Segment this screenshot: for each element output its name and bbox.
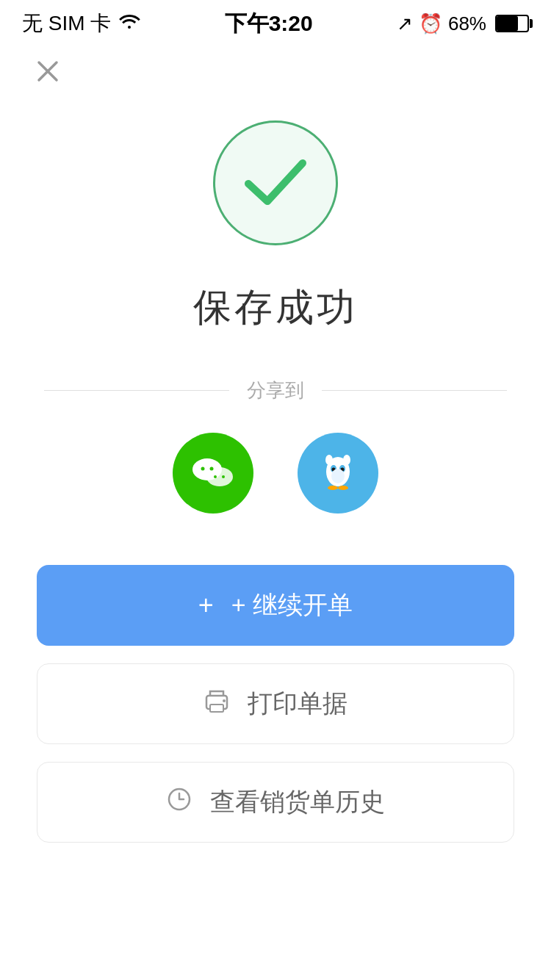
print-button[interactable]: 打印单据 [37,663,514,744]
share-icons [173,433,378,514]
print-label: 打印单据 [248,687,347,721]
wechat-icon [187,447,239,499]
status-right: ↗ ⏰ 68% [397,12,529,35]
qq-share-button[interactable] [298,433,378,514]
svg-point-5 [210,467,214,471]
share-divider: 分享到 [0,378,551,403]
svg-point-6 [214,475,217,478]
action-buttons: + + 继续开单 打印单据 查看销货单历史 [0,565,551,843]
status-time: 下午3:20 [225,9,313,39]
alarm-icon: ⏰ [419,12,442,35]
divider-right [322,390,507,391]
sim-status: 无 SIM 卡 [22,10,111,37]
svg-point-17 [325,455,333,465]
wechat-share-button[interactable] [173,433,253,514]
print-icon [204,688,230,719]
main-content: 保存成功 分享到 [0,47,551,843]
status-bar: 无 SIM 卡 下午3:20 ↗ ⏰ 68% [0,0,551,47]
history-icon [166,786,192,818]
success-circle [213,120,338,245]
svg-point-14 [328,486,338,490]
location-icon: ↗ [397,12,413,35]
checkmark-icon [242,157,309,209]
share-label: 分享到 [229,378,322,403]
battery-percent: 68% [448,12,486,35]
svg-point-7 [222,475,225,478]
svg-rect-20 [210,705,223,712]
plus-icon: + [198,590,214,621]
close-button[interactable] [29,53,66,90]
svg-point-4 [201,467,205,471]
svg-point-21 [223,699,226,702]
svg-point-16 [331,469,345,483]
svg-point-18 [343,455,350,465]
divider-left [44,390,229,391]
svg-point-15 [338,486,348,490]
success-title: 保存成功 [193,282,358,334]
wifi-icon [118,12,140,35]
continue-order-button[interactable]: + + 继续开单 [37,565,514,646]
continue-order-label: + 继续开单 [231,588,353,622]
status-left: 无 SIM 卡 [22,10,140,37]
battery-icon [495,15,529,32]
history-label: 查看销货单历史 [210,785,385,819]
history-button[interactable]: 查看销货单历史 [37,762,514,843]
qq-icon [313,448,363,498]
close-icon [35,58,61,84]
